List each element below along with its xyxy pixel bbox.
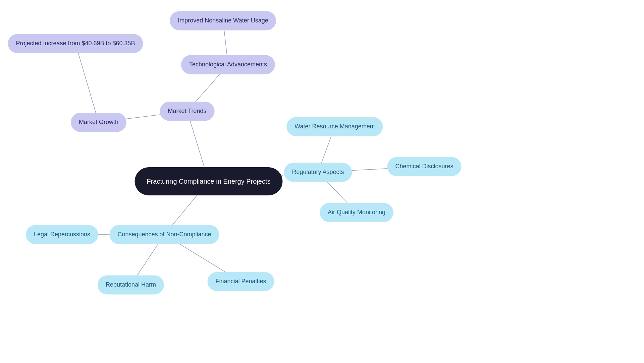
node-label-reputational_harm: Reputational Harm <box>106 281 156 289</box>
node-label-air_quality: Air Quality Monitoring <box>328 208 385 217</box>
node-regulatory_aspects[interactable]: Regulatory Aspects <box>284 163 352 182</box>
node-label-market_growth: Market Growth <box>79 118 118 126</box>
node-label-legal_repercussions: Legal Repercussions <box>34 230 90 239</box>
node-label-water_resource: Water Resource Management <box>294 122 375 131</box>
node-label-center: Fracturing Compliance in Energy Projects <box>147 177 270 186</box>
node-label-consequences: Consequences of Non-Compliance <box>117 230 211 239</box>
node-label-regulatory_aspects: Regulatory Aspects <box>292 168 344 176</box>
node-tech_advancements[interactable]: Technological Advancements <box>181 55 275 74</box>
node-label-projected_increase: Projected Increase from $40.69B to $60.3… <box>16 39 135 48</box>
node-financial_penalties[interactable]: Financial Penalties <box>207 272 274 291</box>
node-label-market_trends: Market Trends <box>168 107 206 115</box>
node-improved_nonsaline[interactable]: Improved Nonsaline Water Usage <box>170 11 276 30</box>
node-legal_repercussions[interactable]: Legal Repercussions <box>26 225 98 244</box>
node-reputational_harm[interactable]: Reputational Harm <box>98 275 164 294</box>
node-water_resource[interactable]: Water Resource Management <box>286 117 383 136</box>
mind-map: Fracturing Compliance in Energy Projects… <box>0 0 644 363</box>
node-consequences[interactable]: Consequences of Non-Compliance <box>109 225 219 244</box>
node-chemical_disclosures[interactable]: Chemical Disclosures <box>387 157 461 176</box>
node-air_quality[interactable]: Air Quality Monitoring <box>320 203 393 222</box>
node-label-tech_advancements: Technological Advancements <box>189 60 267 69</box>
node-label-improved_nonsaline: Improved Nonsaline Water Usage <box>178 16 268 25</box>
svg-line-4 <box>75 44 99 122</box>
node-projected_increase[interactable]: Projected Increase from $40.69B to $60.3… <box>8 34 143 53</box>
node-label-financial_penalties: Financial Penalties <box>215 277 266 286</box>
node-market_growth[interactable]: Market Growth <box>71 113 126 132</box>
node-center[interactable]: Fracturing Compliance in Energy Projects <box>135 167 282 195</box>
node-market_trends[interactable]: Market Trends <box>160 102 214 121</box>
node-label-chemical_disclosures: Chemical Disclosures <box>395 162 453 171</box>
